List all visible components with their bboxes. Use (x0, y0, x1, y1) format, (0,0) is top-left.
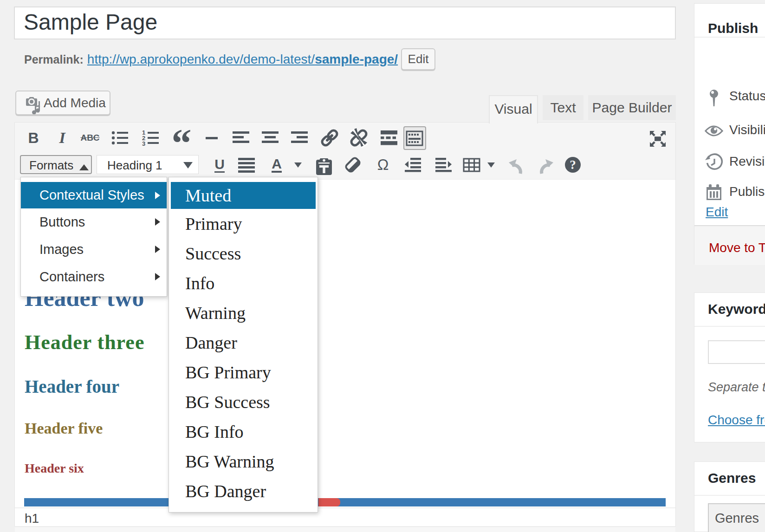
svg-text:3: 3 (142, 140, 145, 147)
svg-text:?: ? (570, 158, 576, 172)
